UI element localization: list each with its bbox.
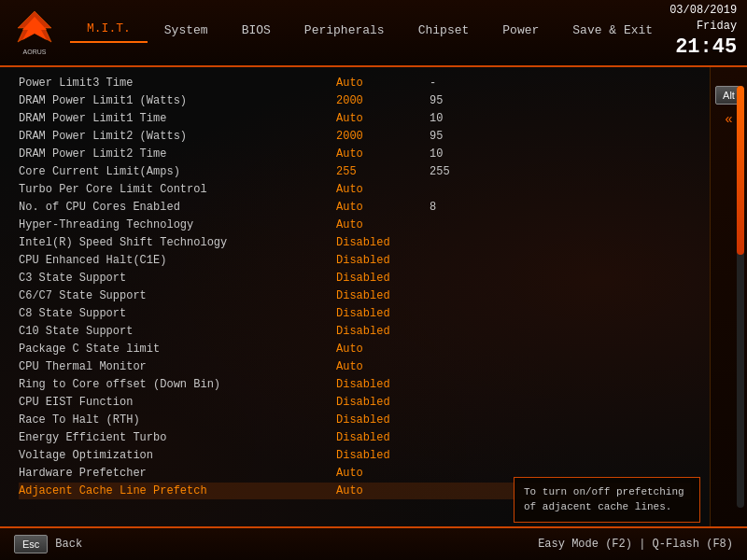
scroll-bar[interactable] <box>737 86 744 508</box>
setting-name: Adjacent Cache Line Prefetch <box>19 484 336 497</box>
nav-menu: M.I.T. System BIOS Peripherals Chipset P… <box>61 16 669 50</box>
setting-name: Core Current Limit(Amps) <box>19 165 336 178</box>
setting-value: Disabled <box>336 431 430 444</box>
setting-name: Power Limit3 Time <box>19 77 336 90</box>
setting-name: Intel(R) Speed Shift Technology <box>19 236 336 249</box>
setting-row[interactable]: DRAM Power Limit2 (Watts)200095 <box>19 128 691 145</box>
nav-item-chipset[interactable]: Chipset <box>402 18 486 43</box>
setting-extra: - <box>430 77 486 90</box>
setting-row[interactable]: Energy Efficient TurboDisabled <box>19 429 691 446</box>
nav-item-save-exit[interactable]: Save & Exit <box>556 18 669 43</box>
setting-name: DRAM Power Limit1 Time <box>19 112 336 125</box>
setting-value: Disabled <box>336 378 430 391</box>
setting-name: Hardware Prefetcher <box>19 467 336 480</box>
setting-extra: 255 <box>430 165 486 178</box>
setting-value: Disabled <box>336 413 430 427</box>
settings-panel: Power Limit3 TimeAuto-DRAM Power Limit1 … <box>0 67 710 526</box>
nav-item-power[interactable]: Power <box>486 18 556 43</box>
setting-value: Disabled <box>336 449 430 462</box>
setting-row[interactable]: C10 State SupportDisabled <box>19 323 691 340</box>
nav-item-peripherals[interactable]: Peripherals <box>288 18 402 43</box>
setting-extra: 95 <box>430 94 486 107</box>
header: AORUS M.I.T. System BIOS Peripherals Chi… <box>0 0 747 67</box>
tooltip-box: To turn on/off prefetching of adjacent c… <box>514 477 700 523</box>
setting-name: CPU Enhanced Halt(C1E) <box>19 254 336 267</box>
setting-value: Disabled <box>336 254 430 267</box>
setting-value: Disabled <box>336 289 430 302</box>
day-display: Friday <box>669 19 737 35</box>
date-display: 03/08/2019 <box>669 3 737 19</box>
nav-item-system[interactable]: System <box>148 18 225 43</box>
setting-row[interactable]: No. of CPU Cores EnabledAuto8 <box>19 199 691 216</box>
nav-item-mit[interactable]: M.I.T. <box>70 16 148 43</box>
setting-extra: 8 <box>430 201 486 214</box>
setting-name: DRAM Power Limit2 (Watts) <box>19 130 336 143</box>
setting-value: Auto <box>336 360 430 373</box>
setting-value: Auto <box>336 147 430 161</box>
scroll-thumb <box>737 86 744 255</box>
setting-name: DRAM Power Limit2 Time <box>19 147 336 161</box>
svg-text:AORUS: AORUS <box>23 49 47 55</box>
setting-value: Auto <box>336 201 430 214</box>
setting-extra: 95 <box>430 130 486 143</box>
setting-value: 2000 <box>336 94 430 107</box>
setting-extra: 10 <box>430 112 486 125</box>
setting-name: CPU EIST Function <box>19 396 336 409</box>
setting-name: C8 State Support <box>19 307 336 320</box>
setting-value: Auto <box>336 77 430 90</box>
tooltip-text: To turn on/off prefetching of adjacent c… <box>524 486 684 511</box>
time-display: 21:45 <box>669 34 737 63</box>
setting-row[interactable]: Ring to Core offset (Down Bin)Disabled <box>19 376 691 393</box>
setting-value: Disabled <box>336 307 430 320</box>
setting-name: C10 State Support <box>19 325 336 338</box>
setting-name: Package C State limit <box>19 343 336 356</box>
setting-name: Race To Halt (RTH) <box>19 413 336 427</box>
setting-name: Ring to Core offset (Down Bin) <box>19 378 336 391</box>
main-content: Power Limit3 TimeAuto-DRAM Power Limit1 … <box>0 67 747 526</box>
setting-value: Auto <box>336 183 430 196</box>
right-sidebar: Alt « <box>710 67 747 526</box>
setting-row[interactable]: CPU Thermal MonitorAuto <box>19 358 691 375</box>
setting-row[interactable]: CPU Enhanced Halt(C1E)Disabled <box>19 252 691 269</box>
footer-shortcuts: Easy Mode (F2) | Q-Flash (F8) <box>538 538 733 551</box>
setting-name: No. of CPU Cores Enabled <box>19 201 336 214</box>
setting-row[interactable]: Turbo Per Core Limit ControlAuto <box>19 181 691 198</box>
setting-row[interactable]: C8 State SupportDisabled <box>19 305 691 322</box>
nav-item-bios[interactable]: BIOS <box>225 18 288 43</box>
aorus-logo: AORUS <box>9 9 61 56</box>
setting-name: Voltage Optimization <box>19 449 336 462</box>
setting-name: Turbo Per Core Limit Control <box>19 183 336 196</box>
setting-value: Auto <box>336 467 430 480</box>
setting-row[interactable]: Power Limit3 TimeAuto- <box>19 75 691 91</box>
setting-row[interactable]: Voltage OptimizationDisabled <box>19 447 691 464</box>
setting-row[interactable]: Race To Halt (RTH)Disabled <box>19 412 691 428</box>
setting-row[interactable]: Package C State limitAuto <box>19 341 691 357</box>
setting-value: 2000 <box>336 130 430 143</box>
setting-name: DRAM Power Limit1 (Watts) <box>19 94 336 107</box>
setting-value: Disabled <box>336 325 430 338</box>
chevron-left-icon[interactable]: « <box>725 112 732 127</box>
setting-value: 255 <box>336 165 430 178</box>
setting-name: Energy Efficient Turbo <box>19 431 336 444</box>
setting-row[interactable]: C6/C7 State SupportDisabled <box>19 287 691 304</box>
setting-row[interactable]: Hyper-Threading TechnologyAuto <box>19 217 691 233</box>
back-label: Back <box>55 538 82 551</box>
setting-row[interactable]: Intel(R) Speed Shift TechnologyDisabled <box>19 234 691 251</box>
setting-row[interactable]: DRAM Power Limit1 TimeAuto10 <box>19 110 691 127</box>
datetime: 03/08/2019 Friday 21:45 <box>669 3 747 63</box>
setting-row[interactable]: Core Current Limit(Amps)255255 <box>19 163 691 180</box>
setting-value: Auto <box>336 484 430 497</box>
setting-row[interactable]: DRAM Power Limit1 (Watts)200095 <box>19 92 691 109</box>
setting-row[interactable]: CPU EIST FunctionDisabled <box>19 394 691 411</box>
setting-value: Disabled <box>336 272 430 285</box>
setting-name: CPU Thermal Monitor <box>19 360 336 373</box>
setting-row[interactable]: DRAM Power Limit2 TimeAuto10 <box>19 146 691 162</box>
setting-row[interactable]: C3 State SupportDisabled <box>19 270 691 287</box>
setting-value: Auto <box>336 112 430 125</box>
setting-name: C3 State Support <box>19 272 336 285</box>
setting-value: Disabled <box>336 396 430 409</box>
esc-button[interactable]: Esc <box>14 535 48 553</box>
setting-extra: 10 <box>430 147 486 161</box>
setting-value: Auto <box>336 343 430 356</box>
setting-name: Hyper-Threading Technology <box>19 218 336 231</box>
